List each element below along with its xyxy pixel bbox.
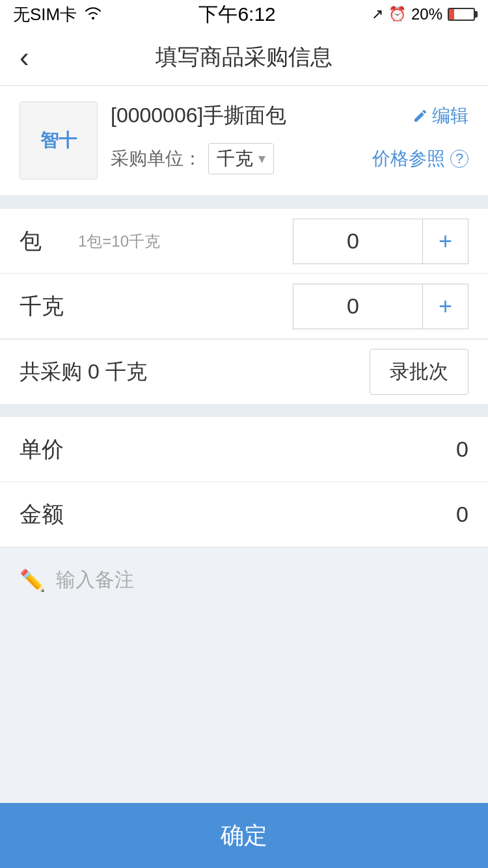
bag-quantity-input[interactable] [293,219,423,264]
chevron-down-icon: ▾ [258,150,265,167]
bag-label: 包 [20,226,72,256]
product-image: 智十 [20,102,98,180]
battery-percentage: 20% [411,5,442,23]
unit-price-value: 0 [456,437,468,462]
help-icon: ? [450,150,468,168]
location-icon: ↗ [372,6,383,23]
note-section: ✏️ 输入备注 [0,547,488,677]
note-input-area[interactable]: ✏️ 输入备注 [20,567,468,593]
battery-icon [448,8,475,21]
product-name-row: [0000006]手撕面包 编辑 [111,102,468,130]
page-title: 填写商品采购信息 [156,42,332,72]
alarm-icon: ⏰ [388,6,406,23]
confirm-button[interactable]: 确定 [0,803,488,868]
status-left: 无SIM卡 [13,3,103,26]
kg-quantity-input[interactable] [293,284,423,329]
kg-input-row: 千克 + [0,274,488,339]
summary-row: 共采购 0 千克 录批次 [0,339,488,404]
amount-row: 金额 0 [0,482,488,547]
bag-input-control: + [293,219,468,264]
bag-input-row: 包 1包=10千克 + [0,209,488,274]
unit-row: 采购单位： 千克 ▾ 价格参照 ? [111,143,468,174]
status-bar: 无SIM卡 下午6:12 ↗ ⏰ 20% [0,0,488,29]
kg-input-control: + [293,284,468,329]
status-right: ↗ ⏰ 20% [372,5,475,23]
product-info: [0000006]手撕面包 编辑 采购单位： 千克 ▾ 价格参照 ? [111,102,468,174]
product-name: [0000006]手撕面包 [111,102,286,130]
unit-label: 采购单位： [111,146,202,171]
pencil-icon: ✏️ [20,568,46,593]
summary-text: 共采购 0 千克 [20,358,147,387]
amount-label: 金额 [20,500,64,530]
price-ref-button[interactable]: 价格参照 ? [372,146,468,171]
carrier-text: 无SIM卡 [13,3,77,26]
kg-plus-button[interactable]: + [423,284,468,329]
input-section: 包 1包=10千克 + 千克 + 共采购 0 千克 录批次 [0,209,488,404]
bag-plus-button[interactable]: + [423,219,468,264]
kg-label: 千克 [20,292,72,321]
edit-button[interactable]: 编辑 [413,103,468,128]
bag-sub-label: 1包=10千克 [78,231,293,252]
batch-button[interactable]: 录批次 [370,349,468,395]
section-divider-2 [0,404,488,417]
product-logo: 智十 [40,128,77,153]
back-button[interactable]: ‹ [20,43,29,72]
status-time: 下午6:12 [198,1,275,28]
nav-bar: ‹ 填写商品采购信息 [0,29,488,86]
product-card: 智十 [0000006]手撕面包 编辑 采购单位： 千克 ▾ [0,86,488,196]
edit-icon [413,108,428,124]
amount-value: 0 [456,502,468,527]
unit-price-label: 单价 [20,435,64,465]
unit-price-row: 单价 0 [0,417,488,482]
price-section: 单价 0 金额 0 [0,417,488,547]
section-divider-1 [0,196,488,209]
note-placeholder: 输入备注 [56,567,134,593]
wifi-icon [83,5,103,25]
unit-select[interactable]: 千克 ▾ [208,143,274,174]
